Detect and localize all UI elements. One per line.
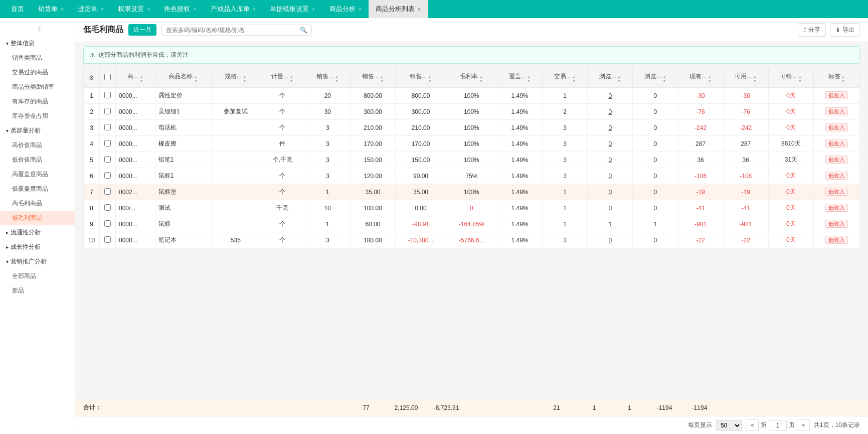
row-checkbox[interactable] — [100, 136, 116, 152]
row-select-checkbox[interactable] — [104, 220, 111, 227]
row-view1[interactable]: 0 — [588, 88, 633, 104]
sidebar-item-low-value[interactable]: 低价值商品 — [0, 153, 75, 167]
view1-link[interactable]: 0 — [608, 92, 612, 99]
view1-link[interactable]: 0 — [608, 140, 612, 148]
row-view1[interactable]: 0 — [588, 104, 633, 120]
search-input[interactable] — [166, 27, 298, 34]
nav-item-role[interactable]: 角色授权 × — [157, 0, 203, 18]
close-icon[interactable]: × — [418, 6, 421, 12]
close-icon[interactable]: × — [61, 6, 64, 12]
row-select-checkbox[interactable] — [104, 108, 111, 114]
date-filter-button[interactable]: 近一月 — [128, 24, 156, 36]
row-select-checkbox[interactable] — [104, 236, 111, 243]
sidebar-item-traded-products[interactable]: 交易过的商品 — [0, 65, 75, 80]
close-icon[interactable]: × — [359, 6, 362, 12]
row-view1[interactable]: 0 — [588, 232, 633, 248]
sidebar-item-high-margin[interactable]: 高毛利商品 — [0, 196, 75, 211]
sidebar-item-low-coverage[interactable]: 低覆盖度商品 — [0, 182, 75, 196]
sidebar-item-new-products[interactable]: 新品 — [0, 283, 75, 298]
share-button[interactable]: ⤴ 分享 — [798, 23, 826, 37]
row-checkbox[interactable] — [100, 232, 116, 248]
gear-column-header[interactable]: ⚙ — [84, 68, 100, 88]
tag-badge: 低收入 — [825, 220, 848, 228]
close-icon[interactable]: × — [100, 6, 103, 12]
row-checkbox[interactable] — [100, 184, 116, 200]
sidebar-group-marketing[interactable]: ▾ 营销推广分析 — [0, 254, 75, 269]
sidebar-item-stocked-products[interactable]: 有库存的商品 — [0, 94, 75, 109]
view1-link[interactable]: 0 — [608, 189, 612, 196]
nav-item-permission[interactable]: 权限设置 × — [111, 0, 157, 18]
nav-item-purchase[interactable]: 进货单 × — [71, 0, 110, 18]
row-view1[interactable]: 0 — [588, 200, 633, 216]
view1-link[interactable]: 0 — [608, 173, 612, 180]
row-select-checkbox[interactable] — [104, 140, 111, 147]
row-code: 0000... — [116, 104, 155, 120]
checkbox-column-header[interactable] — [100, 68, 116, 88]
nav-item-product-inbound[interactable]: 产成品入库单 × — [204, 0, 263, 18]
row-view1[interactable]: 0 — [588, 152, 633, 168]
export-button[interactable]: ⬇ 导出 — [830, 23, 860, 37]
view1-link[interactable]: 0 — [608, 124, 612, 131]
tag-badge: 低收入 — [825, 204, 848, 212]
row-tag: 低收入 — [813, 184, 859, 200]
sidebar-group-growth[interactable]: ▸ 成长性分析 — [0, 240, 75, 254]
sidebar-group-flow[interactable]: ▸ 流通性分析 — [0, 225, 75, 240]
sidebar-collapse-button[interactable]: 《 — [33, 24, 43, 34]
tag-column-header: 标签▲▼ — [813, 68, 859, 88]
nav-item-product-analysis-list[interactable]: 商品分析列表 × — [369, 0, 428, 18]
page-input[interactable] — [769, 420, 787, 430]
row-margin-rate: -5766.6... — [446, 232, 497, 248]
view1-link[interactable]: 1 — [608, 221, 612, 228]
row-view1[interactable]: 0 — [588, 136, 633, 152]
row-saleable: 31天 — [768, 152, 813, 168]
next-page-button[interactable]: ＞ — [797, 419, 810, 431]
row-select-checkbox[interactable] — [104, 204, 111, 211]
row-checkbox[interactable] — [100, 88, 116, 104]
sidebar-item-category-sales[interactable]: 商品分类助销率 — [0, 80, 75, 94]
view1-link[interactable]: 0 — [608, 237, 612, 244]
sidebar-group-cluster[interactable]: ▾ 类群量分析 — [0, 123, 75, 138]
row-checkbox[interactable] — [100, 104, 116, 120]
row-view1[interactable]: 0 — [588, 184, 633, 200]
row-checkbox[interactable] — [100, 200, 116, 216]
prev-page-button[interactable]: ＜ — [746, 419, 759, 431]
view1-link[interactable]: 0 — [608, 108, 612, 115]
row-view1[interactable]: 1 — [588, 216, 633, 232]
close-icon[interactable]: × — [147, 6, 150, 12]
row-checkbox[interactable] — [100, 216, 116, 232]
row-unit: 个 — [260, 88, 305, 104]
row-view1[interactable]: 0 — [588, 120, 633, 136]
nav-item-sales[interactable]: 销货单 × — [31, 0, 71, 18]
close-icon[interactable]: × — [253, 6, 256, 12]
nav-item-product-analysis[interactable]: 商品分析 × — [322, 0, 369, 18]
saleable-column-header: 可销...▲▼ — [768, 68, 813, 88]
row-select-checkbox[interactable] — [104, 92, 111, 98]
sidebar-item-all-products[interactable]: 全部商品 — [0, 269, 75, 283]
table-row: 7 0002... 鼠标垫 个 1 35.00 35.00 100% 1.49%… — [84, 184, 860, 200]
tag-badge: 低收入 — [825, 107, 848, 115]
row-checkbox[interactable] — [100, 152, 116, 168]
close-icon[interactable]: × — [193, 6, 196, 12]
view1-link[interactable]: 0 — [608, 157, 612, 164]
nav-item-home[interactable]: 首页 — [4, 0, 31, 18]
row-view1[interactable]: 0 — [588, 168, 633, 184]
row-checkbox[interactable] — [100, 168, 116, 184]
sidebar-item-low-margin[interactable]: 低毛利商品 — [0, 211, 75, 225]
sidebar-item-inventory-capital[interactable]: 库存资金占用 — [0, 109, 75, 123]
row-select-checkbox[interactable] — [104, 124, 111, 130]
row-no: 10 — [84, 232, 100, 248]
row-select-checkbox[interactable] — [104, 172, 111, 179]
row-checkbox[interactable] — [100, 120, 116, 136]
view1-link[interactable]: 0 — [608, 205, 612, 212]
sidebar-item-sales-products[interactable]: 销售类商品 — [0, 51, 75, 65]
per-page-select[interactable]: 50 20 100 — [716, 420, 742, 431]
close-icon[interactable]: × — [312, 6, 315, 12]
row-spec: 535 — [212, 232, 260, 248]
sidebar-item-high-coverage[interactable]: 高覆盖度商品 — [0, 167, 75, 182]
row-select-checkbox[interactable] — [104, 156, 111, 163]
row-select-checkbox[interactable] — [104, 188, 111, 195]
sidebar-item-high-value[interactable]: 高价值商品 — [0, 138, 75, 153]
nav-item-template[interactable]: 单据模板设置 × — [263, 0, 322, 18]
select-all-checkbox[interactable] — [104, 74, 111, 80]
sidebar-group-overall[interactable]: ▾ 整体信息 — [0, 36, 75, 51]
